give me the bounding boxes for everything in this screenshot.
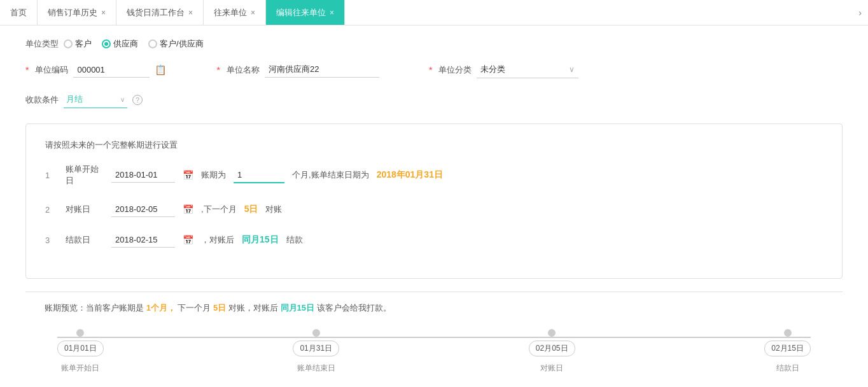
- row-3-type: 结款日: [66, 234, 104, 246]
- preview-pay-suffix: 该客户会给我打款。: [317, 303, 391, 313]
- timeline-nodes: 01月01日 账单开始日 01月31日 账单结束日 02月05日 对账日 02月…: [57, 329, 811, 374]
- setting-row-3: 3 结款日 📅 ，对账后 同月15日 结款: [45, 232, 823, 248]
- tab-partner-label: 往来单位: [214, 7, 247, 18]
- timeline-node-2: 02月05日 对账日: [529, 329, 575, 374]
- card-title: 请按照未来的一个完整帐期进行设置: [45, 139, 823, 151]
- setting-card: 请按照未来的一个完整帐期进行设置 1 账单开始日 📅 账期为 个月,账单结束日期…: [25, 123, 843, 279]
- row-2-date-input[interactable]: [111, 202, 175, 217]
- unit-category-group: * 单位分类 未分类 ∨: [429, 61, 578, 78]
- unit-type-label: 单位类型: [25, 38, 59, 50]
- row-1-calendar-icon[interactable]: 📅: [183, 170, 193, 180]
- unit-code-input[interactable]: [73, 62, 150, 78]
- main-content: 单位类型 客户 供应商 客户/供应商 * 单位编码 📋 * 单位名称: [0, 25, 868, 387]
- row-3-day-highlight: 同月15日: [242, 234, 279, 246]
- timeline-node-3: 02月15日 结款日: [764, 329, 811, 374]
- row-2-day-highlight: 5日: [244, 204, 258, 215]
- radio-supplier-label: 供应商: [113, 38, 138, 50]
- payment-terms-select[interactable]: 月结 ∨: [64, 91, 127, 108]
- tab-edit-partner-label: 编辑往来单位: [276, 7, 326, 18]
- row-3-num: 3: [45, 236, 58, 245]
- row-2-suffix-prefix: ,下一个月: [201, 204, 237, 215]
- tab-bar: 首页 销售订单历史 × 钱货日清工作台 × 往来单位 × 编辑往来单位 × ›: [0, 0, 868, 25]
- setting-row-1: 1 账单开始日 📅 账期为 个月,账单结束日期为 2018年01月31日: [45, 164, 823, 186]
- row-2-action-text: 对账: [265, 204, 282, 215]
- timeline-badge-3: 02月15日: [764, 341, 811, 356]
- timeline-badge-2: 02月05日: [529, 341, 575, 356]
- tab-sales-history-label: 销售订单历史: [48, 7, 97, 18]
- row-2-type: 对账日: [66, 204, 104, 215]
- row-1-period-suffix: 个月,账单结束日期为: [292, 169, 369, 181]
- close-sales-history[interactable]: ×: [101, 8, 106, 17]
- timeline: 01月01日 账单开始日 01月31日 账单结束日 02月05日 对账日 02月…: [45, 329, 823, 374]
- chevron-right-icon: ›: [858, 8, 862, 18]
- row-1-num: 1: [45, 171, 58, 180]
- row-3-calendar-icon[interactable]: 📅: [183, 235, 193, 245]
- payment-terms-row: 收款条件 月结 ∨ ?: [25, 91, 843, 108]
- unit-category-required: *: [429, 65, 432, 75]
- radio-customer-label: 客户: [75, 38, 92, 50]
- close-cash-work[interactable]: ×: [188, 8, 193, 17]
- timeline-node-0: 01月01日 账单开始日: [57, 329, 104, 374]
- timeline-badge-1: 01月31日: [293, 341, 339, 356]
- row-3-suffix-prefix: ，对账后: [201, 234, 234, 246]
- radio-customer-circle: [64, 39, 73, 48]
- preview-text: 账期预览：当前客户账期是 1个月， 下一个月 5日 对账，对账后 同月15日 该…: [45, 302, 823, 314]
- category-chevron-icon: ∨: [569, 65, 575, 74]
- unit-code-required: *: [25, 65, 29, 75]
- timeline-dot-3: [784, 329, 792, 337]
- timeline-label-0: 账单开始日: [61, 363, 99, 374]
- unit-type-row: 单位类型 客户 供应商 客户/供应商: [25, 38, 843, 50]
- tab-home[interactable]: 首页: [0, 0, 38, 25]
- close-edit-partner[interactable]: ×: [330, 8, 334, 17]
- timeline-dot-1: [312, 329, 320, 337]
- row-2-num: 2: [45, 205, 58, 215]
- row-2-calendar-icon[interactable]: 📅: [183, 204, 193, 215]
- preview-section: 账期预览：当前客户账期是 1个月， 下一个月 5日 对账，对账后 同月15日 该…: [25, 292, 843, 384]
- unit-category-select[interactable]: 未分类 ∨: [477, 61, 578, 78]
- tab-home-label: 首页: [10, 7, 27, 18]
- setting-row-2: 2 对账日 📅 ,下一个月 5日 对账: [45, 202, 823, 217]
- tab-edit-partner[interactable]: 编辑往来单位 ×: [266, 0, 345, 25]
- unit-name-group: * 单位名称: [216, 62, 379, 78]
- payment-terms-help-icon[interactable]: ?: [132, 95, 143, 105]
- timeline-badge-0: 01月01日: [57, 341, 104, 356]
- unit-category-label: 单位分类: [438, 64, 472, 76]
- unit-name-required: *: [216, 65, 220, 75]
- row-1-end-date: 2018年01月31日: [377, 169, 443, 181]
- row-1-date-input[interactable]: [111, 167, 175, 183]
- unit-name-input[interactable]: [265, 62, 379, 78]
- row-3-date-input[interactable]: [111, 232, 175, 248]
- row-1-period-prefix: 账期为: [201, 169, 226, 181]
- preview-reconcile-prefix: 下一个月: [178, 303, 211, 313]
- unit-code-calendar-icon[interactable]: 📋: [155, 64, 167, 76]
- radio-customer[interactable]: 客户: [64, 38, 92, 50]
- payment-terms-label: 收款条件: [25, 94, 59, 106]
- preview-label: 账期预览：当前客户账期是: [45, 303, 144, 313]
- timeline-node-1: 01月31日 账单结束日: [293, 329, 339, 374]
- row-1-period-input[interactable]: [234, 167, 284, 183]
- row-3-action-text: 结款: [286, 234, 303, 246]
- preview-pay-day: 同月15日: [281, 303, 314, 313]
- timeline-label-2: 对账日: [540, 363, 563, 374]
- preview-reconcile-day: 5日: [213, 303, 226, 313]
- unit-code-group: * 单位编码 📋: [25, 62, 167, 78]
- timeline-label-1: 账单结束日: [297, 363, 335, 374]
- close-partner[interactable]: ×: [251, 8, 255, 17]
- timeline-dot-0: [76, 329, 84, 337]
- radio-supplier[interactable]: 供应商: [102, 38, 138, 50]
- row-1-type: 账单开始日: [66, 164, 104, 186]
- unit-info-row: * 单位编码 📋 * 单位名称 * 单位分类 未分类 ∨: [25, 61, 843, 78]
- tab-partner[interactable]: 往来单位 ×: [204, 0, 266, 25]
- timeline-label-3: 结款日: [776, 363, 799, 374]
- radio-customer-supplier-circle: [148, 39, 157, 48]
- unit-name-label: 单位名称: [227, 64, 260, 76]
- unit-category-value: 未分类: [480, 64, 569, 75]
- radio-customer-supplier[interactable]: 客户/供应商: [148, 38, 204, 50]
- unit-code-label: 单位编码: [35, 64, 68, 76]
- preview-reconcile-suffix: 对账，对账后: [228, 303, 278, 313]
- payment-terms-chevron-icon: ∨: [120, 96, 125, 103]
- tab-more-button[interactable]: ›: [852, 0, 868, 25]
- tab-sales-history[interactable]: 销售订单历史 ×: [38, 0, 116, 25]
- unit-type-radio-group: 客户 供应商 客户/供应商: [64, 38, 204, 50]
- tab-cash-work[interactable]: 钱货日清工作台 ×: [116, 0, 204, 25]
